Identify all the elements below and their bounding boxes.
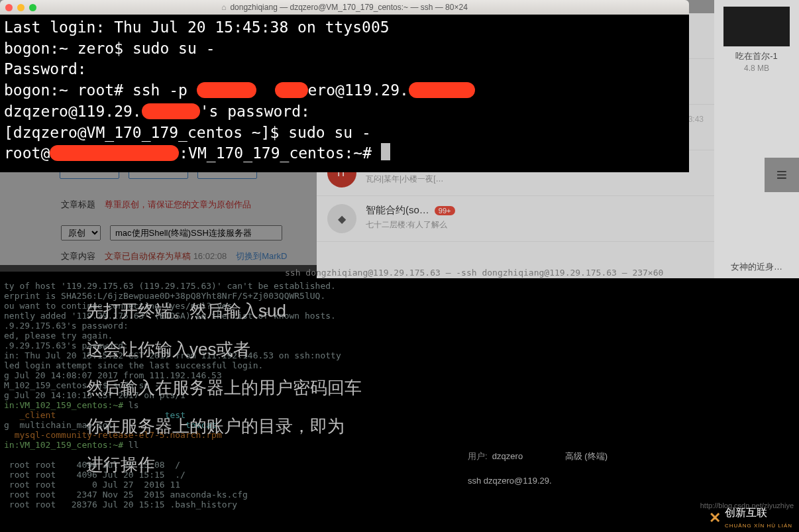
chat-avatar: ◆	[327, 204, 356, 233]
user-value: dzqzero	[492, 451, 523, 461]
media-caption: 吃在首尔-1	[714, 50, 799, 62]
terminal-prompt: [dzqzero@VM_170_179_centos ~]$	[4, 124, 288, 141]
terminal-line: dzqzero@119.29.	[4, 103, 142, 120]
terminal-prompt: bogon:~ root#	[4, 81, 133, 99]
window-title: ⌂ dongzhiqiang — dzqzero@VM_170_179_cent…	[221, 3, 468, 12]
content-label: 文章内容	[61, 250, 95, 262]
watermark-url: http://blog.csdn.net/ziyuzhiye	[700, 502, 794, 509]
redaction	[409, 82, 475, 98]
ssh-config-panel: 用户: dzqzero 高级 (终端) ssh dzqzero@119.29.	[454, 371, 799, 517]
media-caption-2: 女神的近身…	[714, 261, 799, 273]
redaction	[197, 82, 256, 98]
chat-preview: 七十二层楼:有人了解么	[366, 219, 704, 231]
terminal-cmd: sudo su -	[133, 40, 215, 57]
terminal-body[interactable]: Last login: Thu Jul 20 15:45:38 on ttys0…	[0, 15, 689, 172]
title-label: 文章标题	[61, 199, 95, 211]
terminal-prompt: root@	[4, 144, 50, 162]
titlebar[interactable]: ⌂ dongzhiqiang — dzqzero@VM_170_179_cent…	[0, 0, 689, 15]
unread-badge: 99+	[435, 206, 455, 215]
ssh-line: ssh dzqzero@119.29.	[468, 476, 786, 486]
terminal-line: 's password:	[200, 103, 310, 120]
right-sidebar: 吴聪聪 忽么 吃在首尔-1 4.8 MB ≡ 女神的近身…	[714, 0, 799, 278]
terminal-cmd: ero@119.29.	[308, 81, 409, 99]
media-thumb[interactable]	[723, 7, 790, 46]
media-size: 4.8 MB	[714, 64, 799, 73]
terminal-line: Password:	[4, 60, 87, 78]
terminal-cmd: ssh -p	[133, 81, 197, 99]
traffic-lights	[5, 4, 36, 11]
tutorial-overlay: 先打开终端。然后输入sud 这会让你输入yes或者 然后输入在服务器上的用户密码…	[86, 292, 362, 484]
bg-terminal-title: ssh dongzhiqiang@119.29.175.63 — -ssh do…	[285, 268, 663, 278]
original-select[interactable]: 原创	[61, 225, 101, 240]
hamburger-icon[interactable]: ≡	[765, 158, 799, 192]
terminal-window: ⌂ dongzhiqiang — dzqzero@VM_170_179_cent…	[0, 0, 689, 172]
title-hint: 尊重原创，请保证您的文章为原创作品	[105, 199, 251, 211]
terminal-cmd: sudo su -	[288, 124, 371, 141]
terminal-prompt: :VM_170_179_centos:~#	[179, 144, 372, 162]
terminal-line: Last login: Thu Jul 20 15:45:38 on ttys0…	[4, 19, 390, 36]
close-icon[interactable]	[5, 4, 13, 11]
redaction	[142, 103, 200, 119]
mode-text: 高级 (终端)	[565, 451, 608, 461]
cursor	[381, 143, 390, 160]
zoom-icon[interactable]	[29, 4, 36, 11]
home-icon: ⌂	[221, 3, 226, 12]
watermark-logo-icon: ✕	[709, 509, 721, 527]
watermark: ✕ 创新互联 CHUĀNG XÍN HÙ LIÁN	[709, 506, 792, 529]
user-label: 用户:	[468, 451, 488, 461]
redaction	[275, 82, 308, 98]
chat-title: 智能合约(so…	[366, 204, 429, 217]
terminal-prompt: bogon:~ zero$	[4, 40, 133, 57]
minimize-icon[interactable]	[17, 4, 25, 11]
autosave-text: 文章已自动保存为草稿 16:02:08	[105, 250, 227, 262]
chat-item[interactable]: ◆ 智能合约(so…99+ 七十二层楼:有人了解么	[317, 196, 714, 242]
title-input[interactable]	[110, 225, 282, 240]
markdown-toggle[interactable]: 切换到MarkD	[236, 250, 287, 262]
redaction	[50, 145, 179, 161]
chat-preview: 瓦闷|某年|小楼一夜[…	[366, 174, 704, 185]
